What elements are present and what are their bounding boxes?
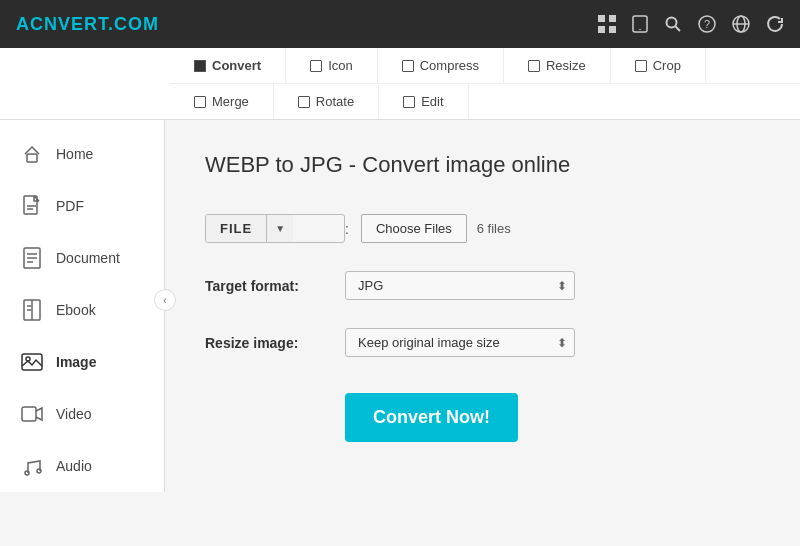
brand: ACNVERT.COM <box>16 14 159 35</box>
sidebar-item-video[interactable]: Video <box>0 388 164 440</box>
home-icon <box>20 142 44 166</box>
menu-merge[interactable]: Merge <box>170 84 274 119</box>
pdf-icon <box>20 194 44 218</box>
sidebar-document-label: Document <box>56 250 120 266</box>
main-area: Home PDF Document Ebook <box>0 120 800 546</box>
brand-middle: N <box>44 14 58 34</box>
menu-compress-label: Compress <box>420 58 479 73</box>
menu-resize[interactable]: Resize <box>504 48 611 83</box>
svg-point-28 <box>25 471 29 475</box>
sidebar-video-label: Video <box>56 406 92 422</box>
brand-suffix: VERT.COM <box>58 14 159 34</box>
sidebar-image-label: Image <box>56 354 96 370</box>
menubar: Convert Icon Compress Resize Crop M <box>0 48 800 120</box>
menu-crop[interactable]: Crop <box>611 48 706 83</box>
svg-rect-2 <box>598 26 605 33</box>
icon-checkbox <box>310 60 322 72</box>
brand-prefix: AC <box>16 14 44 34</box>
sidebar-home-label: Home <box>56 146 93 162</box>
resize-image-row: Resize image: Keep original image size C… <box>205 328 760 357</box>
resize-checkbox <box>528 60 540 72</box>
menu-edit-label: Edit <box>421 94 443 109</box>
svg-rect-13 <box>27 154 37 162</box>
menu-convert-label: Convert <box>212 58 261 73</box>
refresh-icon[interactable] <box>766 15 784 33</box>
menu-rotate[interactable]: Rotate <box>274 84 379 119</box>
sidebar-item-pdf[interactable]: PDF <box>0 180 164 232</box>
menu-edit[interactable]: Edit <box>379 84 468 119</box>
resize-control: Keep original image size Custom size Sma… <box>345 328 575 357</box>
file-row: FILE ▼ : Choose Files 6 files <box>205 214 760 243</box>
convert-checkbox <box>194 60 206 72</box>
globe-icon[interactable] <box>732 15 750 33</box>
svg-rect-27 <box>22 407 36 421</box>
sidebar: Home PDF Document Ebook <box>0 120 165 492</box>
menu-row-top: Convert Icon Compress Resize Crop <box>170 48 800 83</box>
rotate-checkbox <box>298 96 310 108</box>
choose-files-button[interactable]: Choose Files <box>361 214 467 243</box>
menu-resize-label: Resize <box>546 58 586 73</box>
menu-compress[interactable]: Compress <box>378 48 504 83</box>
resize-label: Resize image: <box>205 335 345 351</box>
sidebar-audio-label: Audio <box>56 458 92 474</box>
svg-rect-3 <box>609 26 616 33</box>
sidebar-wrapper: Home PDF Document Ebook <box>0 120 165 546</box>
navbar-icons: ? <box>598 15 784 33</box>
compress-checkbox <box>402 60 414 72</box>
menu-convert[interactable]: Convert <box>170 48 286 83</box>
page-title: WEBP to JPG - Convert image online <box>205 152 760 178</box>
file-button[interactable]: FILE <box>206 215 266 242</box>
image-icon <box>20 350 44 374</box>
convert-now-button[interactable]: Convert Now! <box>345 393 518 442</box>
convert-btn-row: Convert Now! <box>205 385 760 442</box>
target-format-select[interactable]: JPG PNG WEBP GIF BMP TIFF <box>345 271 575 300</box>
svg-line-7 <box>676 27 681 32</box>
audio-icon <box>20 454 44 478</box>
sidebar-collapse-button[interactable]: ‹ <box>154 289 176 311</box>
svg-text:?: ? <box>704 18 710 30</box>
sidebar-item-image[interactable]: Image <box>0 336 164 388</box>
file-dropdown-button[interactable]: ▼ <box>266 215 293 242</box>
resize-image-select[interactable]: Keep original image size Custom size Sma… <box>345 328 575 357</box>
resize-select-wrapper: Keep original image size Custom size Sma… <box>345 328 575 357</box>
menu-row-bottom: Merge Rotate Edit <box>170 83 800 119</box>
file-label-area: FILE ▼ <box>205 214 345 243</box>
file-btn-group: FILE ▼ <box>205 214 345 243</box>
svg-rect-14 <box>24 196 37 214</box>
sidebar-item-audio[interactable]: Audio <box>0 440 164 492</box>
search-icon[interactable] <box>664 15 682 33</box>
crop-checkbox <box>635 60 647 72</box>
sidebar-item-ebook[interactable]: Ebook <box>0 284 164 336</box>
menu-rotate-label: Rotate <box>316 94 354 109</box>
file-control: Choose Files 6 files <box>361 214 511 243</box>
sidebar-pdf-label: PDF <box>56 198 84 214</box>
help-icon[interactable]: ? <box>698 15 716 33</box>
content-area: WEBP to JPG - Convert image online FILE … <box>165 120 800 546</box>
menu-merge-label: Merge <box>212 94 249 109</box>
menu-rows: Convert Icon Compress Resize Crop M <box>170 48 800 119</box>
svg-rect-1 <box>609 15 616 22</box>
target-select-wrapper: JPG PNG WEBP GIF BMP TIFF <box>345 271 575 300</box>
sidebar-item-document[interactable]: Document <box>0 232 164 284</box>
svg-rect-0 <box>598 15 605 22</box>
document-icon <box>20 246 44 270</box>
sidebar-item-home[interactable]: Home <box>0 128 164 180</box>
svg-point-6 <box>667 18 677 28</box>
edit-checkbox <box>403 96 415 108</box>
menu-crop-label: Crop <box>653 58 681 73</box>
video-icon <box>20 402 44 426</box>
grid-icon[interactable] <box>598 15 616 33</box>
target-format-row: Target format: JPG PNG WEBP GIF BMP TIFF <box>205 271 760 300</box>
sidebar-ebook-label: Ebook <box>56 302 96 318</box>
menu-icon-label: Icon <box>328 58 353 73</box>
svg-point-29 <box>37 469 41 473</box>
file-colon: : <box>345 221 349 237</box>
navbar: ACNVERT.COM ? <box>0 0 800 48</box>
tablet-icon[interactable] <box>632 15 648 33</box>
menu-icon[interactable]: Icon <box>286 48 378 83</box>
target-label: Target format: <box>205 278 345 294</box>
ebook-icon <box>20 298 44 322</box>
target-control: JPG PNG WEBP GIF BMP TIFF <box>345 271 575 300</box>
merge-checkbox <box>194 96 206 108</box>
files-count: 6 files <box>477 221 511 236</box>
